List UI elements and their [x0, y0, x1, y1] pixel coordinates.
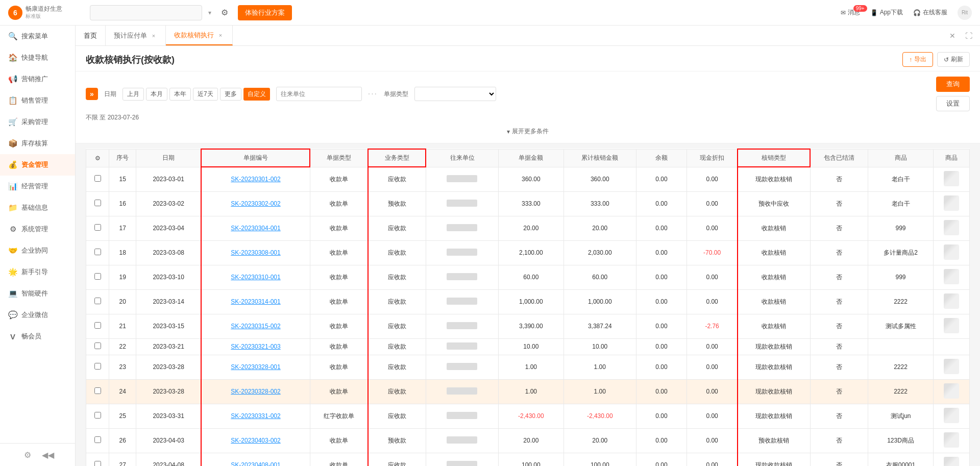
cell-product-img[interactable] — [933, 265, 969, 289]
product-thumbnail[interactable] — [944, 318, 959, 333]
table-row[interactable]: 242023-03-28SK-20230328-002收款单应收款1.001.0… — [86, 379, 970, 404]
tab-payable[interactable]: 预计应付单 × — [106, 26, 166, 45]
col-header-accum-amount[interactable]: 累计核销金额 — [564, 149, 636, 167]
settings-icon[interactable]: ⚙ — [217, 6, 232, 20]
date-btn-this-month[interactable]: 本月 — [146, 88, 167, 101]
receipt-no-link[interactable]: SK-20230321-003 — [231, 343, 280, 350]
cell-product-img[interactable] — [933, 240, 969, 265]
table-row[interactable]: 182023-03-08SK-20230308-001收款单应收款2,100.0… — [86, 240, 970, 265]
receipt-no-link[interactable]: SK-20230302-002 — [231, 200, 280, 207]
expand-filter-button[interactable]: ▾ 展开更多条件 — [507, 125, 549, 138]
receipt-no-link[interactable]: SK-20230301-002 — [231, 176, 280, 183]
sidebar-item-basic[interactable]: 📁 基础信息 — [0, 197, 75, 218]
product-thumbnail[interactable] — [944, 383, 959, 399]
online-service-button[interactable]: 🎧 在线客服 — [913, 8, 947, 17]
sidebar-item-system[interactable]: ⚙ 系统管理 — [0, 218, 75, 240]
row-checkbox[interactable] — [94, 298, 101, 304]
product-thumbnail[interactable] — [944, 220, 959, 235]
receipt-no-link[interactable]: SK-20230314-001 — [231, 298, 280, 305]
cell-receipt-no[interactable]: SK-20230331-002 — [201, 404, 310, 428]
receipt-no-link[interactable]: SK-20230310-001 — [231, 274, 280, 281]
row-checkbox[interactable] — [94, 412, 101, 419]
settings-bottom-icon[interactable]: ⚙ — [20, 448, 35, 462]
tab-receivable-close[interactable]: × — [217, 32, 224, 39]
row-checkbox[interactable] — [94, 436, 101, 443]
receipt-no-link[interactable]: SK-20230328-001 — [231, 363, 280, 371]
cell-product-img[interactable] — [933, 404, 969, 428]
table-row[interactable]: 262023-04-03SK-20230403-002收款单预收款20.0020… — [86, 428, 970, 453]
search-chevron-icon[interactable]: ▾ — [208, 9, 211, 16]
sidebar-item-purchase[interactable]: 🛒 采购管理 — [0, 111, 75, 133]
sidebar-item-capital[interactable]: 💰 资金管理 — [0, 154, 75, 176]
settings-button[interactable]: 设置 — [936, 96, 970, 111]
product-thumbnail[interactable] — [944, 244, 959, 260]
table-row[interactable]: 172023-03-04SK-20230304-001收款单应收款20.0020… — [86, 216, 970, 240]
col-header-receipt-type[interactable]: 单据类型 — [310, 149, 368, 167]
cell-product-img[interactable] — [933, 453, 969, 466]
cell-receipt-no[interactable]: SK-20230315-002 — [201, 314, 310, 338]
date-btn-more[interactable]: 更多 — [220, 88, 241, 101]
row-checkbox[interactable] — [94, 200, 101, 206]
col-header-product[interactable]: 商品 — [868, 149, 934, 167]
col-header-biz-type[interactable]: 业务类型 — [368, 149, 426, 167]
date-btn-custom[interactable]: 自定义 — [243, 88, 270, 101]
receipt-type-select[interactable] — [414, 87, 496, 101]
receipt-no-link[interactable]: SK-20230408-001 — [231, 461, 280, 466]
col-header-setting[interactable]: ⚙ — [86, 149, 109, 167]
product-thumbnail[interactable] — [944, 432, 959, 448]
row-checkbox[interactable] — [94, 342, 101, 349]
user-avatar[interactable]: Rit — [958, 6, 972, 20]
sidebar-item-wechat[interactable]: 💬 企业微信 — [0, 304, 75, 326]
date-btn-7days[interactable]: 近7天 — [193, 88, 218, 101]
product-thumbnail[interactable] — [944, 359, 959, 374]
app-download-button[interactable]: 📱 App下载 — [870, 8, 903, 17]
cell-receipt-no[interactable]: SK-20230308-001 — [201, 240, 310, 265]
sidebar-item-operations[interactable]: 📊 经营管理 — [0, 176, 75, 197]
cell-receipt-no[interactable]: SK-20230314-001 — [201, 289, 310, 314]
cell-product-img[interactable] — [933, 289, 969, 314]
col-header-partner[interactable]: 往来单位 — [426, 149, 498, 167]
table-row[interactable]: 222023-03-21SK-20230321-003收款单应收款10.0010… — [86, 338, 970, 355]
receipt-no-link[interactable]: SK-20230403-002 — [231, 437, 280, 444]
table-row[interactable]: 202023-03-14SK-20230314-001收款单应收款1,000.0… — [86, 289, 970, 314]
table-row[interactable]: 152023-03-01SK-20230301-002收款单应收款360.003… — [86, 167, 970, 191]
query-button[interactable]: 查询 — [936, 77, 970, 92]
cell-product-img[interactable] — [933, 191, 969, 216]
close-tab-icon[interactable]: ✕ — [945, 29, 960, 43]
table-row[interactable]: 232023-03-28SK-20230328-001收款单应收款1.001.0… — [86, 355, 970, 379]
search-input[interactable] — [95, 9, 197, 16]
sidebar-item-member[interactable]: V 畅会员 — [0, 326, 75, 347]
refresh-button[interactable]: ↺ 刷新 — [937, 52, 970, 67]
row-checkbox[interactable] — [94, 175, 101, 182]
col-header-balance[interactable]: 余额 — [636, 149, 687, 167]
cell-receipt-no[interactable]: SK-20230321-003 — [201, 338, 310, 355]
product-thumbnail[interactable] — [944, 269, 959, 284]
receipt-no-link[interactable]: SK-20230308-001 — [231, 249, 280, 256]
table-row[interactable]: 192023-03-10SK-20230310-001收款单应收款60.0060… — [86, 265, 970, 289]
tab-receivable[interactable]: 收款核销执行 × — [166, 26, 233, 45]
sidebar-item-shortcut[interactable]: 🏠 快捷导航 — [0, 47, 75, 68]
collapse-icon[interactable]: ◀◀ — [41, 448, 55, 462]
col-header-date[interactable]: 日期 — [136, 149, 201, 167]
row-checkbox[interactable] — [94, 249, 101, 255]
table-row[interactable]: 212023-03-15SK-20230315-002收款单应收款3,390.0… — [86, 314, 970, 338]
sidebar-item-guide[interactable]: 🌟 新手引导 — [0, 261, 75, 283]
table-row[interactable]: 252023-03-31SK-20230331-002红字收款单应收款-2,43… — [86, 404, 970, 428]
cell-product-img[interactable] — [933, 167, 969, 191]
cell-receipt-no[interactable]: SK-20230403-002 — [201, 428, 310, 453]
sidebar-item-enterprise[interactable]: 🤝 企业协同 — [0, 240, 75, 261]
top-search-box[interactable] — [90, 5, 202, 20]
sidebar-item-inventory[interactable]: 📦 库存核算 — [0, 133, 75, 154]
maximize-icon[interactable]: ⛶ — [962, 29, 976, 43]
receipt-no-link[interactable]: SK-20230331-002 — [231, 412, 280, 420]
sidebar-item-search[interactable]: 🔍 搜索菜单 — [0, 26, 75, 47]
row-checkbox[interactable] — [94, 273, 101, 280]
product-thumbnail[interactable] — [944, 408, 959, 423]
cell-product-img[interactable] — [933, 314, 969, 338]
cell-product-img[interactable] — [933, 216, 969, 240]
receipt-no-link[interactable]: SK-20230304-001 — [231, 225, 280, 232]
col-header-verify-type[interactable]: 核销类型 — [738, 149, 810, 167]
sidebar-item-hardware[interactable]: 💻 智能硬件 — [0, 283, 75, 304]
col-header-receipt-no[interactable]: 单据编号 — [201, 149, 310, 167]
cell-receipt-no[interactable]: SK-20230310-001 — [201, 265, 310, 289]
